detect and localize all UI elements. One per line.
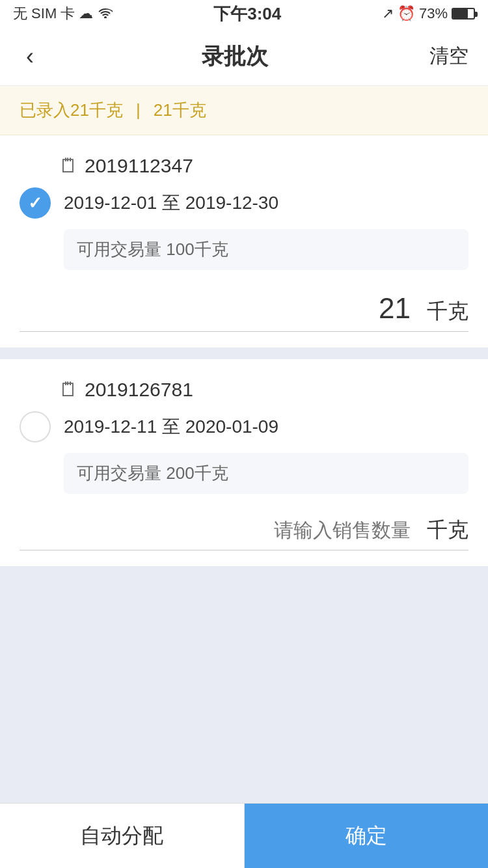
sim-label: 无 SIM 卡 ☁ [13,4,93,23]
quantity-input-2[interactable] [225,519,420,541]
batch-card-1: 🗒 2019112347 ✓ 2019-12-01 至 2019-12-30 可… [0,135,488,347]
status-left: 无 SIM 卡 ☁ [13,4,113,23]
alarm-icon: ⏰ [398,5,415,22]
quantity-unit-2: 千克 [427,516,468,545]
radio-button-1[interactable]: ✓ [20,187,51,219]
recorded-amount: 已录入21千克 [20,99,123,122]
card-divider [0,347,488,359]
back-button[interactable]: ‹ [20,36,40,77]
batch-id-row-2: 🗒 2019126781 [20,379,468,401]
banner-divider: | [136,100,141,120]
status-time: 下午3:04 [213,3,281,25]
battery-percent: 73% [419,5,448,22]
empty-area [0,566,488,826]
status-bar: 无 SIM 卡 ☁ 下午3:04 ↗ ⏰ 73% [0,0,488,27]
total-amount: 21千克 [154,99,206,122]
battery-icon [452,8,475,20]
status-right: ↗ ⏰ 73% [382,5,475,22]
location-icon: ↗ [382,5,394,22]
batch-doc-icon-2: 🗒 [59,379,78,401]
clear-button[interactable]: 清空 [429,43,468,70]
batch-avail-row-2: 可用交易量 200千克 [64,453,468,494]
wifi-icon [98,5,113,22]
availability-box-1: 可用交易量 100千克 [64,229,468,270]
auto-distribute-button[interactable]: 自动分配 [0,804,245,868]
radio-button-2[interactable] [20,411,51,442]
quantity-row-2: 千克 [0,500,488,545]
batch-date-row-1[interactable]: ✓ 2019-12-01 至 2019-12-30 [20,187,468,219]
batch-id-2: 2019126781 [85,379,193,401]
check-icon-1: ✓ [28,193,42,213]
batch-doc-icon-1: 🗒 [59,155,78,177]
main-content: 🗒 2019112347 ✓ 2019-12-01 至 2019-12-30 可… [0,135,488,868]
confirm-button[interactable]: 确定 [245,804,489,868]
batch-avail-row-1: 可用交易量 100千克 [64,229,468,270]
page-title: 录批次 [202,42,268,72]
batch-date-2: 2019-12-11 至 2020-01-09 [64,414,278,439]
quantity-input-1[interactable] [342,292,420,325]
quantity-unit-1: 千克 [427,297,468,326]
bottom-bar: 自动分配 确定 [0,803,488,868]
batch-id-row-1: 🗒 2019112347 [20,155,468,177]
quantity-row-1: 千克 [0,277,488,326]
info-banner: 已录入21千克 | 21千克 [0,86,488,135]
availability-box-2: 可用交易量 200千克 [64,453,468,494]
batch-date-row-2[interactable]: 2019-12-11 至 2020-01-09 [20,411,468,442]
batch-id-1: 2019112347 [85,155,193,177]
batch-card-2: 🗒 2019126781 2019-12-11 至 2020-01-09 可用交… [0,359,488,566]
nav-bar: ‹ 录批次 清空 [0,27,488,86]
batch-date-1: 2019-12-01 至 2019-12-30 [64,191,278,215]
